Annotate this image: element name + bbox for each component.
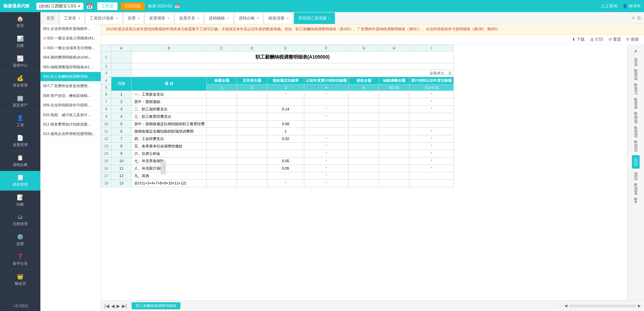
sidebar-item-purchase-sales[interactable]: 📋 进销台账 [0, 151, 40, 171]
d-9[interactable] [237, 113, 267, 120]
i-14[interactable]: * [409, 150, 454, 157]
h-16[interactable] [379, 165, 409, 172]
workbench-button[interactable]: 工作台 [97, 2, 118, 10]
left-panel-item-010[interactable]: 010-免税、减计收入及加计... [40, 110, 101, 120]
d-14[interactable] [237, 150, 267, 157]
c-12[interactable] [207, 135, 237, 142]
sidebar-item-tax[interactable]: 🧾 税务管理 [0, 171, 40, 191]
sidebar-item-reports[interactable]: 📈 报表中心 [0, 52, 40, 72]
h-15[interactable] [379, 157, 409, 165]
c-10[interactable] [207, 120, 237, 128]
tab-payroll-stats[interactable]: 工资统计报表 × [85, 12, 122, 24]
h-13[interactable] [379, 142, 409, 150]
g-8[interactable] [349, 105, 379, 113]
f-6[interactable]: * [304, 91, 349, 98]
left-panel-item-011[interactable]: 011-研发费用加计扣除优惠... [40, 120, 101, 129]
f-18[interactable]: * [304, 179, 349, 187]
sheet-scroll-left[interactable]: ◀ [565, 304, 567, 308]
i-17[interactable] [409, 172, 454, 179]
d-6[interactable] [237, 91, 267, 98]
year-2024[interactable]: 2024年 [632, 184, 640, 197]
sidebar-item-home[interactable]: 🏠 首页 [0, 12, 40, 32]
sidebar-item-funds[interactable]: 💰 资金管理 [0, 72, 40, 92]
d-10[interactable] [237, 120, 267, 128]
tab-invoice-issue-close[interactable]: × [197, 16, 199, 20]
e-16[interactable]: 0.05 [267, 165, 304, 172]
period-calendar-icon[interactable]: 📅 [175, 4, 180, 8]
year-up-arrow[interactable]: ▲ [632, 46, 640, 55]
sidebar-item-guide[interactable]: ❓ 新手引导 [0, 250, 40, 270]
c-18[interactable] [207, 179, 237, 187]
tab-income-tax-close[interactable]: × [329, 16, 331, 20]
h-9[interactable] [379, 113, 409, 120]
d-18[interactable] [237, 179, 267, 187]
item-17[interactable]: 九、其他 [132, 172, 207, 179]
left-panel-item-009[interactable]: 009-企业所得税弥补亏损明... [40, 101, 101, 110]
g-18[interactable] [349, 179, 379, 187]
f-9[interactable]: * [304, 113, 349, 120]
old-version-button[interactable]: 切到旧版 [121, 2, 145, 10]
g-12[interactable] [349, 135, 379, 142]
horizontal-scrollbar[interactable] [569, 305, 636, 307]
item-18[interactable]: 合计(1+3+4+7+8+9+10+11+12) [132, 179, 207, 187]
c-6[interactable] [207, 91, 237, 98]
h-12[interactable] [379, 135, 409, 142]
g-10[interactable] [349, 120, 379, 128]
collapse-panel-button[interactable]: 《 [161, 161, 166, 174]
item-16[interactable]: 八、补充医疗保险 [132, 165, 207, 172]
tab-invoice[interactable]: 发票 × [123, 12, 144, 24]
g-17[interactable] [349, 172, 379, 179]
year-2019[interactable]: 2019年 [632, 112, 640, 126]
support-link[interactable]: 人工客询 [601, 3, 617, 9]
tab-invoice-calc[interactable]: 发票测算 × [145, 12, 174, 24]
unpin-button[interactable]: ↔取消固定 [0, 301, 40, 311]
c-7[interactable] [207, 98, 237, 105]
tab-ledger[interactable]: 进销台账 × [234, 12, 263, 24]
left-panel-item-007[interactable]: 007-广告费和业务宣传费明... [40, 81, 101, 91]
e-12[interactable]: 0.02 [267, 135, 304, 142]
f-8[interactable]: * [304, 105, 349, 113]
h-8[interactable] [379, 105, 409, 113]
spreadsheet-main[interactable]: A B C D E F G H I [101, 45, 627, 300]
h-6[interactable] [379, 91, 409, 98]
f-16[interactable]: * [304, 165, 349, 172]
tab-invoice-calc-close[interactable]: × [167, 16, 169, 20]
e-13[interactable] [267, 142, 304, 150]
tab-ledger-close[interactable]: × [257, 16, 259, 20]
e-14[interactable] [267, 150, 304, 157]
item-13[interactable]: 五、各类基本社会保障性缴款 [132, 142, 207, 150]
tab-invoice-issue[interactable]: 发票开具 × [175, 12, 204, 24]
left-panel-item-002[interactable]: ⊘002-一般企业收入明细表(A1... [40, 34, 101, 43]
sidebar-item-assets[interactable]: 🏢 固定资产 [0, 92, 40, 111]
e-15[interactable]: 0.05 [267, 157, 304, 165]
g-7[interactable] [349, 98, 379, 105]
h-10[interactable] [379, 120, 409, 128]
item-11[interactable]: 按税收规定全额扣除的职场培训费用 [132, 128, 207, 135]
sidebar-item-settings[interactable]: ⚙️ 设置 [0, 230, 40, 250]
sheet-next[interactable]: ▶ [116, 303, 120, 309]
tab-tax-register[interactable]: 税表清册 × [264, 12, 293, 24]
sheet-next-last[interactable]: ▶| [122, 303, 127, 309]
f-17[interactable]: * [304, 172, 349, 179]
left-panel-item-003[interactable]: ⊘003-一般企业成本支出明细... [40, 43, 101, 53]
sidebar-item-salary[interactable]: 👤 工资 [0, 111, 40, 131]
h-11[interactable] [379, 128, 409, 135]
year-2023[interactable]: 2023年 [632, 169, 640, 183]
e-8[interactable]: 0.14 [267, 105, 304, 113]
year-2022[interactable]: 2022年 [632, 155, 640, 169]
left-panel-item-008[interactable]: 008-资产折旧、摊销及纳税... [40, 91, 101, 101]
sheet-options-icon[interactable]: ⋯ [559, 304, 563, 308]
d-11[interactable] [237, 128, 267, 135]
item-6[interactable]: 一、工资薪金支出 [132, 91, 207, 98]
c-9[interactable] [207, 113, 237, 120]
left-panel-item-012[interactable]: 012-减免企业所得税优惠明细(... [40, 129, 101, 139]
d-15[interactable] [237, 157, 267, 165]
f-15[interactable]: * [304, 157, 349, 165]
tab-tax-register-close[interactable]: × [286, 16, 289, 20]
sidebar-item-archive[interactable]: 🗂 归档管理 [0, 211, 40, 230]
h-7[interactable] [379, 98, 409, 105]
c-13[interactable] [207, 142, 237, 150]
h-14[interactable] [379, 150, 409, 157]
refresh-button[interactable]: ↻ 刷新 [626, 37, 639, 42]
year-2015[interactable]: 2015年 [632, 55, 640, 69]
